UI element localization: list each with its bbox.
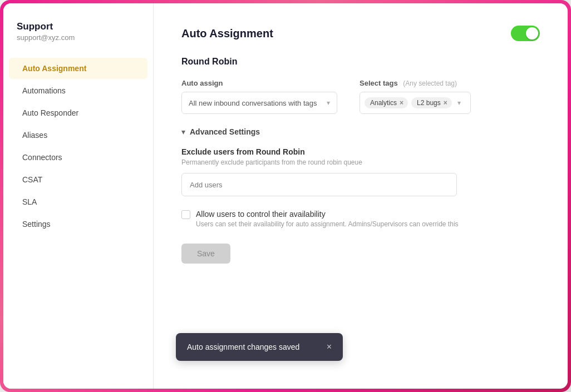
tag-analytics: Analytics × — [365, 97, 408, 108]
add-users-input[interactable] — [181, 173, 457, 196]
auto-assign-group: Auto assign All new inbound conversation… — [181, 79, 337, 114]
sidebar-item-automations[interactable]: Automations — [9, 80, 147, 101]
select-tags-label: Select tags (Any selected tag) — [360, 79, 471, 87]
workspace-email: support@xyz.com — [17, 33, 140, 42]
sidebar: Support support@xyz.com Auto Assignment … — [3, 3, 154, 389]
checkbox-label: Allow users to control their availabilit… — [196, 210, 459, 219]
sidebar-item-connectors[interactable]: Connectors — [9, 147, 147, 168]
workspace-title: Support — [17, 21, 140, 32]
tags-field[interactable]: Analytics × L2 bugs × ▾ — [360, 92, 471, 114]
sidebar-header: Support support@xyz.com — [3, 21, 153, 57]
checkbox-label-group: Allow users to control their availabilit… — [196, 210, 459, 228]
auto-assignment-toggle[interactable] — [511, 26, 540, 41]
toast-notification: Auto assignment changes saved × — [176, 333, 343, 361]
select-tags-group: Select tags (Any selected tag) Analytics… — [360, 79, 471, 114]
form-row: Auto assign All new inbound conversation… — [181, 79, 540, 114]
advanced-settings-header[interactable]: ▾ Advanced Settings — [181, 127, 540, 136]
sidebar-item-auto-assignment[interactable]: Auto Assignment — [9, 58, 147, 79]
page-title: Auto Assignment — [181, 27, 273, 40]
auto-assign-value: All new inbound conversations with tags — [189, 99, 317, 107]
exclude-title: Exclude users from Round Robin — [181, 147, 540, 156]
auto-assign-select[interactable]: All new inbound conversations with tags … — [181, 92, 337, 114]
select-tags-hint: (Any selected tag) — [403, 80, 457, 87]
availability-checkbox-row: Allow users to control their availabilit… — [181, 210, 540, 228]
tag-l2bugs-close[interactable]: × — [444, 99, 447, 107]
page-header: Auto Assignment — [181, 26, 540, 41]
availability-checkbox[interactable] — [181, 210, 190, 219]
tags-dropdown-arrow-icon[interactable]: ▾ — [457, 99, 461, 107]
outer-border: Support support@xyz.com Auto Assignment … — [0, 0, 571, 392]
advanced-collapse-icon: ▾ — [181, 127, 185, 136]
exclude-subtitle: Permanently exclude participants from th… — [181, 158, 540, 166]
sidebar-item-aliases[interactable]: Aliases — [9, 125, 147, 146]
toggle-knob — [526, 27, 538, 39]
sidebar-item-settings[interactable]: Settings — [9, 214, 147, 235]
save-button[interactable]: Save — [181, 244, 230, 264]
tag-l2bugs: L2 bugs × — [411, 97, 452, 108]
sidebar-item-csat[interactable]: CSAT — [9, 169, 147, 190]
tag-analytics-close[interactable]: × — [400, 99, 403, 107]
section-title: Round Robin — [181, 57, 540, 67]
exclude-section: Exclude users from Round Robin Permanent… — [181, 147, 540, 196]
toast-message: Auto assignment changes saved — [187, 343, 299, 351]
select-arrow-icon: ▾ — [327, 99, 330, 107]
app-window: Support support@xyz.com Auto Assignment … — [3, 3, 568, 389]
checkbox-hint: Users can set their availability for aut… — [196, 220, 459, 228]
main-content: Auto Assignment Round Robin Auto assign … — [154, 3, 568, 389]
auto-assign-label: Auto assign — [181, 79, 337, 87]
toast-close-button[interactable]: × — [327, 342, 332, 352]
sidebar-nav: Auto Assignment Automations Auto Respond… — [3, 57, 153, 235]
sidebar-item-sla[interactable]: SLA — [9, 191, 147, 212]
sidebar-item-auto-responder[interactable]: Auto Responder — [9, 102, 147, 123]
advanced-settings-title: Advanced Settings — [190, 127, 260, 136]
